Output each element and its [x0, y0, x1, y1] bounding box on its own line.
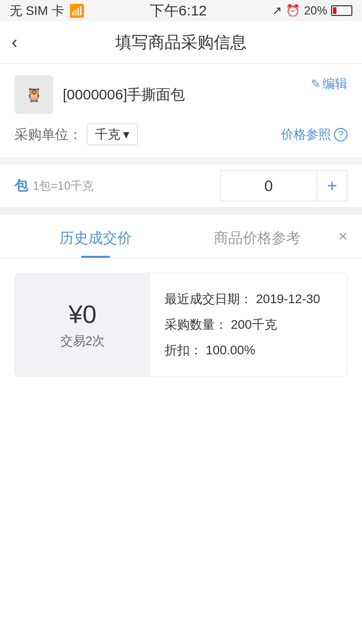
wifi-icon: 📶 — [69, 3, 84, 18]
status-time: 下午6:12 — [150, 1, 207, 21]
battery-icon — [331, 5, 352, 16]
recent-date-label: 最近成交日期： — [165, 292, 252, 306]
price-ref-label: 价格参照 — [281, 126, 331, 143]
nav-bar: ‹ 填写商品采购信息 — [0, 21, 362, 64]
edit-icon: ✎ — [311, 77, 320, 91]
quantity-label: 包 1包=10千克 — [14, 177, 94, 195]
dropdown-icon: ▾ — [123, 127, 129, 142]
discount-row: 折扣： 100.00% — [165, 342, 333, 359]
edit-label: 编辑 — [322, 75, 348, 92]
tab-header: 历史成交价 商品价格参考 × — [0, 215, 362, 258]
quantity-unit-icon: 包 — [14, 177, 28, 195]
unit-value: 千克 — [95, 126, 120, 143]
page-title: 填写商品采购信息 — [115, 31, 247, 54]
history-right: 最近成交日期： 2019-12-30 采购数量： 200千克 折扣： 100.0… — [150, 273, 347, 376]
edit-button[interactable]: ✎ 编辑 — [311, 75, 348, 92]
info-icon: ? — [334, 128, 348, 141]
tab-panel: 历史成交价 商品价格参考 × ¥0 交易2次 最近成交日期： 2019-12-3… — [0, 215, 362, 391]
product-avatar: 🦉 — [14, 75, 53, 114]
status-bar: 无 SIM 卡 📶 下午6:12 ↗ ⏰ 20% — [0, 0, 362, 21]
tab-history-label: 历史成交价 — [59, 230, 132, 246]
tab-close-button[interactable]: × — [338, 218, 348, 255]
tab-product-label: 商品价格参考 — [214, 230, 301, 246]
history-card: ¥0 交易2次 最近成交日期： 2019-12-30 采购数量： 200千克 折… — [14, 273, 348, 377]
discount-value: 100.00% — [206, 343, 255, 357]
status-right: ↗ ⏰ 20% — [272, 4, 352, 17]
tab-content: ¥0 交易2次 最近成交日期： 2019-12-30 采购数量： 200千克 折… — [0, 258, 362, 391]
unit-label-text: 采购单位： — [14, 126, 82, 144]
discount-label: 折扣： — [165, 343, 202, 357]
tab-product-price[interactable]: 商品价格参考 — [177, 215, 339, 258]
product-section: 🦉 [0000006]手撕面包 ✎ 编辑 采购单位： 千克 ▾ 价格参照 ? — [0, 64, 362, 157]
back-button[interactable]: ‹ — [12, 32, 17, 53]
unit-select[interactable]: 千克 ▾ — [87, 124, 138, 145]
signal-text: 无 SIM 卡 — [10, 2, 64, 19]
product-header: 🦉 [0000006]手撕面包 ✎ 编辑 — [14, 75, 348, 114]
purchase-qty-row: 采购数量： 200千克 — [165, 316, 333, 333]
history-left: ¥0 交易2次 — [15, 273, 150, 376]
purchase-qty-value: 200千克 — [231, 317, 277, 332]
quantity-plus-button[interactable]: + — [317, 170, 348, 201]
location-icon: ↗ — [272, 4, 282, 17]
tab-history-price[interactable]: 历史成交价 — [14, 215, 177, 258]
product-unit-row: 采购单位： 千克 ▾ 价格参照 ? — [14, 124, 348, 145]
unit-label: 采购单位： 千克 ▾ — [14, 124, 138, 145]
recent-date-row: 最近成交日期： 2019-12-30 — [165, 291, 333, 308]
quantity-input[interactable] — [220, 170, 317, 201]
quantity-section: 包 1包=10千克 + — [0, 165, 362, 207]
bottom-area — [0, 391, 362, 644]
status-left: 无 SIM 卡 📶 — [10, 2, 84, 19]
history-count: 交易2次 — [60, 333, 105, 350]
product-left: 🦉 [0000006]手撕面包 — [14, 75, 185, 114]
product-icon: 🦉 — [26, 87, 42, 103]
price-ref-button[interactable]: 价格参照 ? — [281, 126, 348, 143]
section-divider — [0, 207, 362, 215]
quantity-hint: 1包=10千克 — [33, 178, 94, 194]
quantity-controls: + — [220, 170, 348, 201]
battery-percent: 20% — [304, 4, 327, 17]
recent-date-value: 2019-12-30 — [256, 292, 320, 306]
history-price: ¥0 — [69, 300, 97, 329]
product-name: [0000006]手撕面包 — [63, 85, 185, 105]
purchase-qty-label: 采购数量： — [165, 317, 227, 332]
alarm-icon: ⏰ — [286, 4, 300, 17]
